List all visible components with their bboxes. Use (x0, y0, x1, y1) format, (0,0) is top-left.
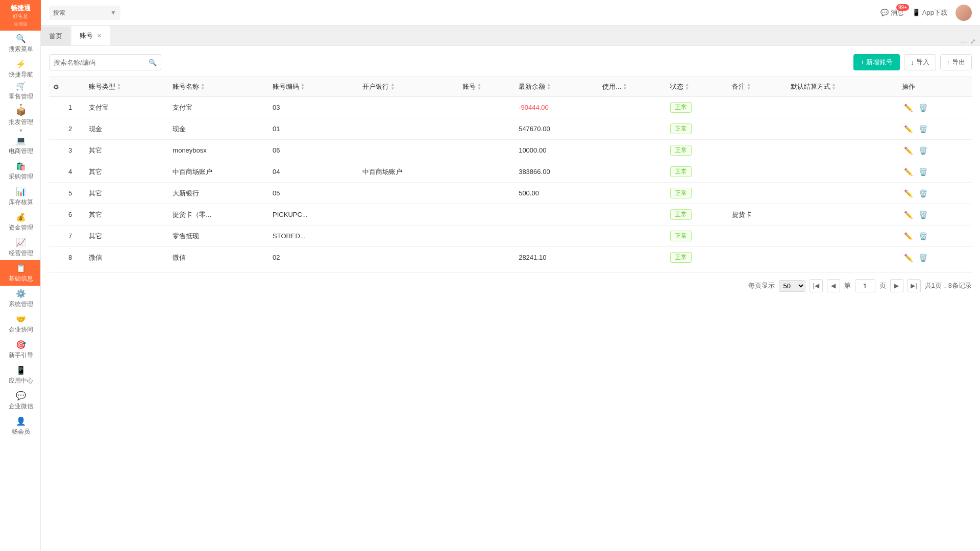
page-next-button[interactable]: ▶ (890, 279, 903, 292)
topbar-search-input[interactable] (53, 9, 110, 16)
th-status[interactable]: 状态▲▼ (666, 77, 728, 97)
import-button[interactable]: ↓ 导入 (904, 54, 936, 70)
sidebar-item-label: 经营管理 (9, 249, 33, 258)
th-code[interactable]: 账号编码▲▼ (268, 77, 358, 97)
sort-arrows-default-settle: ▲▼ (832, 83, 836, 91)
delete-button[interactable]: 🗑️ (917, 145, 929, 156)
delete-button[interactable]: 🗑️ (917, 210, 929, 220)
sidebar-item-quick-nav[interactable]: ⚡快捷导航 (0, 56, 40, 82)
cell-account (458, 226, 514, 247)
cell-name: 现金 (168, 118, 268, 140)
sort-arrows-balance: ▲▼ (547, 83, 551, 91)
tab-maximize-icon[interactable]: ⤢ (970, 37, 976, 45)
th-bank-label: 开户银行 (362, 82, 389, 91)
tab-account[interactable]: 账号 ✕ (71, 26, 110, 45)
content-search-input[interactable] (54, 59, 149, 66)
sidebar-item-search-menu[interactable]: 🔍搜索菜单 (0, 31, 40, 56)
edit-button[interactable]: ✏️ (902, 145, 915, 156)
app-download-button[interactable]: 📱 App下载 (912, 8, 947, 17)
topbar-search-box[interactable]: ▼ (49, 6, 120, 20)
delete-button[interactable]: 🗑️ (917, 188, 929, 198)
cell-remark (728, 226, 787, 247)
edit-button[interactable]: ✏️ (902, 188, 915, 198)
sidebar-item-finance[interactable]: 💰资金管理 (0, 209, 40, 235)
edit-button[interactable]: ✏️ (902, 231, 915, 241)
tab-minimize-icon[interactable]: — (960, 37, 967, 45)
sidebar-item-purchase[interactable]: 🛍️采购管理 (0, 158, 40, 184)
sidebar-item-basic-info[interactable]: 📋基础信息 (0, 260, 40, 286)
sidebar: 畅捷通 好生意 标准版 🔍搜索菜单 ⚡快捷导航 🛒零售管理▼ 📦批发管理▼ 💻电… (0, 0, 41, 551)
edit-button[interactable]: ✏️ (902, 124, 915, 134)
cell-account (458, 118, 514, 140)
th-status-label: 状态 (670, 82, 683, 91)
delete-button[interactable]: 🗑️ (917, 103, 929, 113)
page-label: 第 (844, 281, 851, 290)
page-size-select[interactable]: 10 20 50 100 (779, 280, 805, 292)
sidebar-item-label: 系统管理 (9, 300, 33, 309)
th-bank[interactable]: 开户银行▲▼ (358, 77, 458, 97)
cell-code: 06 (268, 140, 358, 161)
delete-button[interactable]: 🗑️ (917, 231, 929, 241)
edit-button[interactable]: ✏️ (902, 253, 915, 263)
edit-button[interactable]: ✏️ (902, 210, 915, 220)
table-row: 6 其它 提货卡（零... PICKUPC... 正常 提货卡 ✏️ 🗑️ (49, 204, 972, 226)
edit-button[interactable]: ✏️ (902, 103, 915, 113)
th-account[interactable]: 账号▲▼ (458, 77, 514, 97)
page-number-input[interactable] (855, 279, 875, 292)
edit-button[interactable]: ✏️ (902, 167, 915, 177)
sidebar-item-label: 批发管理 (9, 118, 33, 127)
sidebar-item-operations[interactable]: 📈经营管理 (0, 235, 40, 260)
sidebar-item-guide[interactable]: 🎯新手引导 (0, 337, 40, 362)
message-badge: 99+ (896, 4, 909, 11)
cell-code: 05 (268, 183, 358, 204)
tab-home[interactable]: 首页 (41, 27, 70, 45)
sidebar-item-system[interactable]: ⚙️系统管理 (0, 286, 40, 311)
cell-action: ✏️ 🗑️ (898, 140, 972, 161)
delete-button[interactable]: 🗑️ (917, 167, 929, 177)
delete-button[interactable]: 🗑️ (917, 124, 929, 134)
page-first-button[interactable]: |◀ (810, 279, 823, 292)
brand-name: 畅捷通 好生意 标准版 (11, 4, 31, 28)
tab-account-label: 账号 (80, 31, 93, 40)
cell-account (458, 161, 514, 183)
content-search-box[interactable]: 🔍 (49, 54, 161, 70)
sidebar-item-cooperation[interactable]: 🤝企业协同 (0, 311, 40, 337)
cell-usage (598, 226, 666, 247)
th-type[interactable]: 账号类型▲▼ (85, 77, 168, 97)
sidebar-item-retail[interactable]: 🛒零售管理▼ (0, 82, 40, 107)
status-badge: 正常 (670, 145, 692, 156)
avatar[interactable] (955, 5, 972, 21)
cell-remark: 提货卡 (728, 204, 787, 226)
delete-button[interactable]: 🗑️ (917, 253, 929, 263)
th-balance[interactable]: 最新余额▲▼ (514, 77, 598, 97)
sidebar-item-ecommerce[interactable]: 💻电商管理 (0, 133, 40, 158)
system-icon: ⚙️ (16, 289, 26, 298)
th-remark[interactable]: 备注▲▼ (728, 77, 787, 97)
cell-usage (598, 140, 666, 161)
sidebar-item-app-center[interactable]: 📱应用中心 (0, 362, 40, 388)
add-account-button[interactable]: + 新增账号 (853, 54, 900, 70)
sidebar-item-member[interactable]: 👤畅会员 (0, 413, 40, 439)
cell-status: 正常 (666, 204, 728, 226)
cell-remark (728, 97, 787, 118)
sidebar-item-label: 电商管理 (9, 147, 33, 156)
cell-action: ✏️ 🗑️ (898, 118, 972, 140)
content-area: 🔍 + 新增账号 ↓ 导入 ↑ 导出 ⚙ 账号类型▲▼ (41, 46, 980, 551)
sidebar-item-enterprise-wechat[interactable]: 💬企业微信 (0, 388, 40, 413)
gear-icon[interactable]: ⚙ (53, 83, 59, 91)
topbar-dropdown-arrow[interactable]: ▼ (110, 9, 116, 16)
sidebar-item-inventory[interactable]: 📊库存核算 (0, 184, 40, 209)
th-name[interactable]: 账号名称▲▼ (168, 77, 268, 97)
th-usage[interactable]: 使用...▲▼ (598, 77, 666, 97)
cell-gear (49, 97, 64, 118)
main-area: ▼ 💬 消息 99+ 📱 App下载 首页 账号 ✕ — ⤢ (41, 0, 980, 551)
export-button[interactable]: ↑ 导出 (940, 54, 972, 70)
page-last-button[interactable]: ▶| (908, 279, 921, 292)
content-search-icon[interactable]: 🔍 (149, 59, 157, 66)
th-default-settle[interactable]: 默认结算方式▲▼ (787, 77, 898, 97)
page-prev-button[interactable]: ◀ (827, 279, 840, 292)
message-button[interactable]: 💬 消息 99+ (880, 8, 904, 17)
cell-type: 其它 (85, 226, 168, 247)
tab-account-close[interactable]: ✕ (97, 33, 102, 39)
sidebar-item-wholesale[interactable]: 📦批发管理▼ (0, 107, 40, 133)
